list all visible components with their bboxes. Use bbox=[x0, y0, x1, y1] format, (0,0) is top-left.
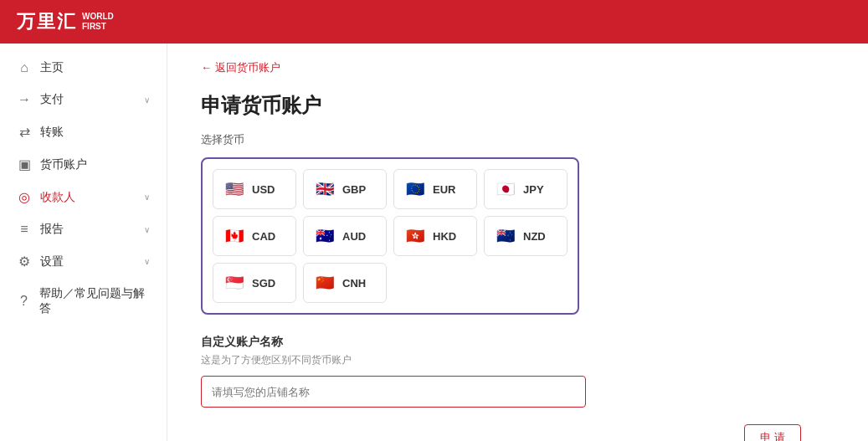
chevron-icon-recipients: ∨ bbox=[144, 192, 150, 202]
chevron-icon-settings: ∨ bbox=[144, 257, 150, 266]
submit-row: 申 请 bbox=[201, 424, 835, 441]
sidebar-item-reports[interactable]: ≡报告∨ bbox=[0, 213, 167, 245]
currency-grid-wrapper: 🇺🇸USD🇬🇧GBP🇪🇺EUR🇯🇵JPY🇨🇦CAD🇦🇺AUD🇭🇰HKD🇳🇿NZD… bbox=[201, 157, 579, 315]
currency-item-sgd[interactable]: 🇸🇬SGD bbox=[213, 263, 296, 303]
sidebar-item-pay[interactable]: →支付∨ bbox=[0, 84, 167, 115]
transfer-icon: ⇄ bbox=[17, 124, 32, 140]
logo-en: WORLD FIRST bbox=[82, 12, 114, 32]
page-title: 申请货币账户 bbox=[201, 92, 835, 119]
home-icon: ⌂ bbox=[17, 60, 32, 75]
main-content: ← 返回货币账户 申请货币账户 选择货币 🇺🇸USD🇬🇧GBP🇪🇺EUR🇯🇵JP… bbox=[167, 44, 868, 441]
header: 万里汇 WORLD FIRST bbox=[0, 0, 868, 44]
sidebar-label-reports: 报告 bbox=[40, 222, 64, 237]
flag-aud: 🇦🇺 bbox=[314, 225, 336, 247]
currency-code-hkd: HKD bbox=[433, 230, 456, 243]
currency-code-aud: AUD bbox=[342, 230, 366, 243]
currency-code-cad: CAD bbox=[252, 230, 275, 243]
currency-code-sgd: SGD bbox=[252, 277, 275, 290]
layout: ⌂主页→支付∨⇄转账▣货币账户◎收款人∨≡报告∨⚙设置∨?帮助／常见问题与解答 … bbox=[0, 44, 868, 441]
sidebar-label-transfer: 转账 bbox=[40, 125, 64, 140]
currency-item-usd[interactable]: 🇺🇸USD bbox=[213, 169, 296, 209]
currency-code-nzd: NZD bbox=[523, 230, 546, 243]
sidebar-label-pay: 支付 bbox=[40, 92, 64, 107]
accounts-icon: ▣ bbox=[17, 156, 32, 172]
flag-nzd: 🇳🇿 bbox=[495, 225, 516, 247]
sidebar-item-recipients[interactable]: ◎收款人∨ bbox=[0, 181, 167, 213]
sidebar: ⌂主页→支付∨⇄转账▣货币账户◎收款人∨≡报告∨⚙设置∨?帮助／常见问题与解答 bbox=[0, 44, 167, 441]
currency-item-jpy[interactable]: 🇯🇵JPY bbox=[484, 169, 568, 209]
flag-sgd: 🇸🇬 bbox=[223, 272, 245, 294]
sidebar-item-home[interactable]: ⌂主页 bbox=[0, 52, 167, 84]
currency-code-gbp: GBP bbox=[342, 183, 366, 196]
reports-icon: ≡ bbox=[17, 222, 32, 237]
custom-name-section: 自定义账户名称 这是为了方便您区别不同货币账户 bbox=[201, 335, 835, 408]
custom-name-title: 自定义账户名称 bbox=[201, 335, 835, 350]
custom-name-input[interactable] bbox=[201, 376, 586, 408]
currency-grid: 🇺🇸USD🇬🇧GBP🇪🇺EUR🇯🇵JPY🇨🇦CAD🇦🇺AUD🇭🇰HKD🇳🇿NZD… bbox=[213, 169, 568, 303]
currency-item-hkd[interactable]: 🇭🇰HKD bbox=[393, 216, 477, 256]
currency-code-eur: EUR bbox=[433, 183, 455, 196]
flag-gbp: 🇬🇧 bbox=[314, 178, 336, 200]
currency-code-usd: USD bbox=[252, 183, 275, 196]
sidebar-item-settings[interactable]: ⚙设置∨ bbox=[0, 245, 167, 278]
sidebar-item-accounts[interactable]: ▣货币账户 bbox=[0, 148, 167, 181]
currency-item-aud[interactable]: 🇦🇺AUD bbox=[303, 216, 387, 256]
flag-hkd: 🇭🇰 bbox=[404, 225, 426, 247]
custom-name-desc: 这是为了方便您区别不同货币账户 bbox=[201, 353, 835, 367]
pay-icon: → bbox=[17, 92, 32, 107]
flag-usd: 🇺🇸 bbox=[223, 178, 245, 200]
flag-cad: 🇨🇦 bbox=[223, 225, 245, 247]
sidebar-label-home: 主页 bbox=[40, 60, 64, 75]
sidebar-item-help[interactable]: ?帮助／常见问题与解答 bbox=[0, 278, 167, 325]
flag-jpy: 🇯🇵 bbox=[495, 178, 516, 200]
sidebar-label-accounts: 货币账户 bbox=[40, 157, 87, 172]
flag-eur: 🇪🇺 bbox=[404, 178, 426, 200]
currency-item-gbp[interactable]: 🇬🇧GBP bbox=[303, 169, 387, 209]
currency-item-cad[interactable]: 🇨🇦CAD bbox=[213, 216, 296, 256]
sidebar-label-recipients: 收款人 bbox=[40, 190, 75, 205]
submit-button[interactable]: 申 请 bbox=[744, 424, 801, 441]
currency-item-eur[interactable]: 🇪🇺EUR bbox=[393, 169, 477, 209]
currency-section-label: 选择货币 bbox=[201, 132, 835, 147]
sidebar-item-transfer[interactable]: ⇄转账 bbox=[0, 115, 167, 148]
currency-code-jpy: JPY bbox=[523, 183, 544, 196]
back-link[interactable]: ← 返回货币账户 bbox=[201, 60, 835, 75]
currency-item-nzd[interactable]: 🇳🇿NZD bbox=[484, 216, 568, 256]
flag-cnh: 🇨🇳 bbox=[314, 272, 336, 294]
chevron-icon-reports: ∨ bbox=[144, 225, 150, 234]
logo-cn: 万里汇 bbox=[17, 9, 77, 34]
sidebar-label-help: 帮助／常见问题与解答 bbox=[39, 286, 150, 316]
settings-icon: ⚙ bbox=[17, 254, 32, 269]
chevron-icon-pay: ∨ bbox=[144, 95, 150, 105]
currency-item-cnh[interactable]: 🇨🇳CNH bbox=[303, 263, 387, 303]
currency-code-cnh: CNH bbox=[342, 277, 366, 290]
sidebar-label-settings: 设置 bbox=[40, 254, 64, 269]
help-icon: ? bbox=[17, 294, 31, 309]
recipients-icon: ◎ bbox=[17, 189, 32, 205]
